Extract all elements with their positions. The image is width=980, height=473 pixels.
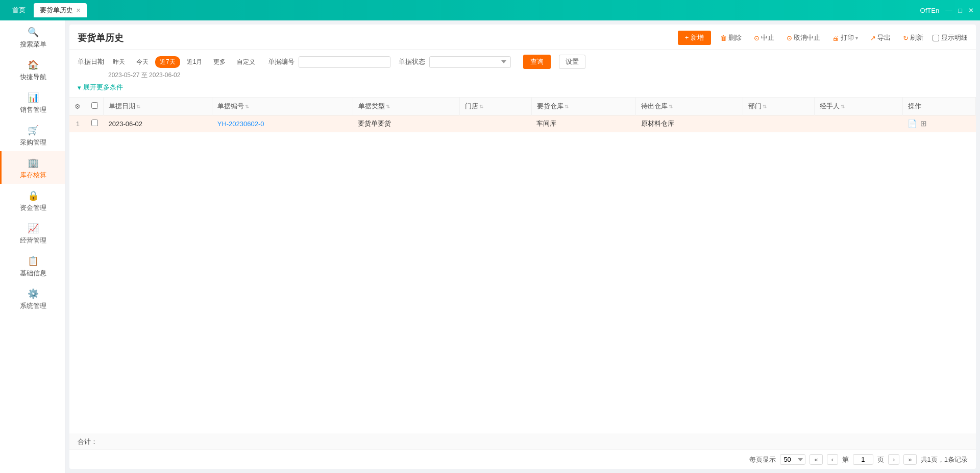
sidebar: 🔍 搜索菜单 🏠 快捷导航 📊 销售管理 🛒 采购管理 🏢 库存核算 🔒 资金管… bbox=[0, 20, 65, 473]
per-page-select[interactable]: 50 10 20 100 bbox=[780, 454, 805, 465]
doc-status-select[interactable] bbox=[429, 56, 511, 68]
refresh-button[interactable]: ↻ 刷新 bbox=[900, 31, 926, 44]
th-type[interactable]: 单据类型⇅ bbox=[353, 98, 460, 115]
sidebar-item-quick-label: 快捷导航 bbox=[20, 73, 46, 82]
table-header-row: ⚙ 单据日期⇅ 单据编号⇅ 单据类型⇅ 门店⇅ 要货仓库⇅ 待出仓库⇅ 部门⇅ … bbox=[69, 98, 976, 115]
row-date: 2023-06-02 bbox=[104, 115, 212, 132]
sidebar-item-inventory[interactable]: 🏢 库存核算 bbox=[0, 151, 65, 184]
date-btn-yesterday[interactable]: 昨天 bbox=[108, 56, 130, 68]
sales-mgmt-icon: 📊 bbox=[28, 92, 39, 103]
th-type-label: 单据类型 bbox=[358, 102, 385, 110]
show-detail-checkbox-wrapper[interactable]: 显示明细 bbox=[933, 33, 968, 42]
th-store[interactable]: 门店⇅ bbox=[460, 98, 532, 115]
query-button[interactable]: 查询 bbox=[523, 55, 551, 69]
next-page-btn[interactable]: › bbox=[888, 454, 899, 465]
page-header: 要货单历史 + 新增 🗑 删除 ⊙ 中止 ⊙ 取消中止 🖨 打印 bbox=[69, 25, 976, 50]
content-area: 要货单历史 + 新增 🗑 删除 ⊙ 中止 ⊙ 取消中止 🖨 打印 bbox=[69, 25, 976, 469]
th-date-label: 单据日期 bbox=[109, 102, 135, 110]
tab-home-label: 首页 bbox=[12, 6, 26, 15]
export-label: 导出 bbox=[877, 33, 891, 42]
print-button[interactable]: 🖨 打印 ▾ bbox=[829, 31, 861, 44]
stop-icon: ⊙ bbox=[754, 34, 760, 42]
sidebar-item-system-label: 系统管理 bbox=[20, 301, 46, 311]
toolbar: + 新增 🗑 删除 ⊙ 中止 ⊙ 取消中止 🖨 打印 ▾ bbox=[678, 31, 968, 45]
sidebar-item-purchase-mgmt[interactable]: 🛒 采购管理 bbox=[0, 119, 65, 151]
more-icon[interactable]: ⊞ bbox=[920, 119, 927, 128]
window-maximize[interactable]: □ bbox=[958, 7, 962, 14]
th-pending-warehouse[interactable]: 待出仓库⇅ bbox=[636, 98, 743, 115]
tab-requisition-history[interactable]: 要货单历史 ✕ bbox=[34, 3, 87, 17]
page-title: 要货单历史 bbox=[78, 32, 678, 44]
last-page-btn[interactable]: » bbox=[903, 454, 916, 465]
sidebar-item-operations-mgmt[interactable]: 📈 经营管理 bbox=[0, 217, 65, 249]
edit-icon[interactable]: 📄 bbox=[908, 119, 917, 128]
tab-home[interactable]: 首页 bbox=[6, 3, 32, 17]
doc-status-filter-group: 单据状态 bbox=[399, 56, 511, 68]
date-btn-today[interactable]: 今天 bbox=[132, 56, 153, 68]
row-number-link[interactable]: YH-20230602-0 bbox=[217, 120, 264, 128]
row-pending-warehouse: 原材料仓库 bbox=[636, 115, 743, 132]
settings-button[interactable]: 设置 bbox=[559, 55, 585, 69]
th-checkbox[interactable] bbox=[86, 98, 104, 115]
quick-nav-icon: 🏠 bbox=[28, 59, 39, 70]
select-all-checkbox[interactable] bbox=[91, 102, 98, 109]
first-page-btn[interactable]: « bbox=[810, 454, 822, 465]
th-number[interactable]: 单据编号⇅ bbox=[212, 98, 353, 115]
table-row[interactable]: 1 2023-06-02 YH-20230602-0 要货单要货 车间库 原材料… bbox=[69, 115, 976, 132]
cancel-stop-icon: ⊙ bbox=[787, 34, 792, 42]
new-button[interactable]: + 新增 bbox=[678, 31, 711, 45]
th-department[interactable]: 部门⇅ bbox=[743, 98, 815, 115]
th-handler[interactable]: 经手人⇅ bbox=[815, 98, 903, 115]
window-close[interactable]: ✕ bbox=[968, 7, 974, 14]
page-input[interactable] bbox=[853, 454, 873, 465]
sidebar-item-sales-mgmt[interactable]: 📊 销售管理 bbox=[0, 86, 65, 119]
th-req-warehouse-label: 要货仓库 bbox=[537, 102, 564, 110]
sidebar-item-search-menu[interactable]: 🔍 搜索菜单 bbox=[0, 20, 65, 53]
th-pending-warehouse-label: 待出仓库 bbox=[641, 102, 668, 110]
print-icon: 🖨 bbox=[832, 34, 839, 42]
cancel-stop-button[interactable]: ⊙ 取消中止 bbox=[783, 31, 823, 44]
prev-page-btn[interactable]: ‹ bbox=[827, 454, 838, 465]
doc-number-input[interactable] bbox=[299, 56, 390, 68]
row-checkbox-cell[interactable] bbox=[86, 115, 104, 132]
date-range-display: 2023-05-27 至 2023-06-02 bbox=[108, 71, 968, 80]
filter-bar: 单据日期 昨天 今天 近7天 近1月 更多 自定义 单据编号 bbox=[69, 50, 976, 98]
delete-button[interactable]: 🗑 删除 bbox=[717, 31, 745, 44]
tab-requisition-label: 要货单历史 bbox=[40, 6, 73, 15]
date-btn-7days[interactable]: 近7天 bbox=[155, 56, 180, 68]
window-minimize[interactable]: — bbox=[945, 7, 952, 14]
system-mgmt-icon: ⚙️ bbox=[28, 288, 39, 299]
th-req-warehouse[interactable]: 要货仓库⇅ bbox=[531, 98, 636, 115]
date-filter-group: 单据日期 昨天 今天 近7天 近1月 更多 自定义 bbox=[78, 56, 260, 68]
sidebar-item-basic-info[interactable]: 📋 基础信息 bbox=[0, 249, 65, 282]
expand-more-btn[interactable]: ▾ 展开更多条件 bbox=[78, 83, 968, 92]
row-checkbox[interactable] bbox=[91, 120, 98, 126]
sidebar-item-finance-mgmt[interactable]: 🔒 资金管理 bbox=[0, 184, 65, 217]
date-btn-custom[interactable]: 自定义 bbox=[232, 56, 260, 68]
sort-pending-warehouse-icon: ⇅ bbox=[669, 104, 673, 109]
sidebar-item-inventory-label: 库存核算 bbox=[20, 171, 46, 180]
sort-department-icon: ⇅ bbox=[763, 104, 767, 109]
footer-total-label: 合计： bbox=[78, 437, 97, 446]
row-department bbox=[743, 115, 815, 132]
date-btn-1month[interactable]: 近1月 bbox=[182, 56, 207, 68]
pagination-info: 共1页，1条记录 bbox=[921, 455, 968, 464]
th-date[interactable]: 单据日期⇅ bbox=[104, 98, 212, 115]
sidebar-item-quick-nav[interactable]: 🏠 快捷导航 bbox=[0, 53, 65, 86]
page-label: 第 bbox=[842, 455, 849, 464]
th-number-label: 单据编号 bbox=[217, 102, 244, 110]
doc-date-label: 单据日期 bbox=[78, 57, 104, 66]
date-btn-more[interactable]: 更多 bbox=[209, 56, 230, 68]
row-store bbox=[460, 115, 532, 132]
tab-close-icon[interactable]: ✕ bbox=[76, 7, 81, 14]
export-button[interactable]: ↗ 导出 bbox=[867, 31, 894, 44]
finance-mgmt-icon: 🔒 bbox=[28, 190, 39, 201]
sidebar-item-system-mgmt[interactable]: ⚙️ 系统管理 bbox=[0, 282, 65, 315]
th-action: 操作 bbox=[902, 98, 975, 115]
sidebar-item-operations-label: 经营管理 bbox=[20, 236, 46, 245]
stop-button[interactable]: ⊙ 中止 bbox=[751, 31, 777, 44]
th-settings[interactable]: ⚙ bbox=[69, 98, 86, 115]
filter-row: 单据日期 昨天 今天 近7天 近1月 更多 自定义 单据编号 bbox=[78, 55, 968, 69]
show-detail-checkbox[interactable] bbox=[933, 35, 939, 41]
expand-more-icon: ▾ bbox=[78, 84, 81, 91]
